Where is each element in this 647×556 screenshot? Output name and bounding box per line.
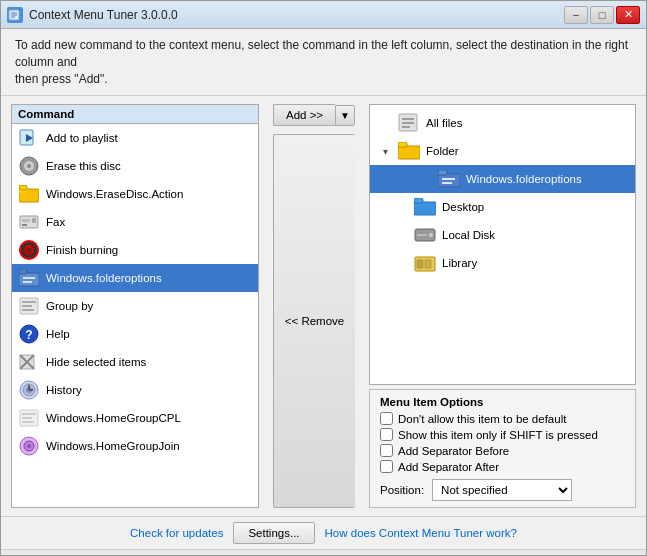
expand-arrow[interactable]: ▾ [378, 144, 392, 158]
list-item-label: History [46, 384, 82, 396]
app-icon [7, 7, 23, 23]
tree-item-label: All files [426, 117, 462, 129]
tree-item[interactable]: ▾ Folder [370, 137, 635, 165]
position-select[interactable]: Not specified Top Bottom Middle [432, 479, 572, 501]
expand-spacer [394, 200, 408, 214]
add-dropdown-button[interactable]: ▼ [335, 105, 355, 126]
list-item-label: Add to playlist [46, 132, 118, 144]
svg-rect-21 [23, 277, 35, 279]
list-item[interactable]: Windows.HomeGroupJoin [12, 432, 258, 460]
separator-before-label: Add Separator Before [398, 445, 509, 457]
list-item[interactable]: Windows.EraseDisc.Action [12, 180, 258, 208]
svg-rect-39 [22, 417, 32, 419]
title-bar: Context Menu Tuner 3.0.0.0 − □ ✕ [1, 1, 646, 29]
playlist-icon [18, 127, 40, 149]
destination-tree[interactable]: All files ▾ Folder Windows.folderoptions [369, 104, 636, 385]
options-title: Menu Item Options [380, 396, 625, 408]
separator-after-label: Add Separator After [398, 461, 499, 473]
svg-rect-55 [414, 198, 423, 203]
default-checkbox-label: Don't allow this item to be default [398, 413, 566, 425]
shift-checkbox-label: Show this item only if SHIFT is pressed [398, 429, 598, 441]
checkbox-row: Add Separator After [380, 460, 625, 473]
svg-rect-48 [398, 146, 420, 159]
expand-spacer [394, 256, 408, 270]
wfo-icon [438, 168, 460, 190]
list-item[interactable]: Hide selected items [12, 348, 258, 376]
separator-after-checkbox[interactable] [380, 460, 393, 473]
maximize-button[interactable]: □ [590, 6, 614, 24]
tree-item[interactable]: Windows.folderoptions [370, 165, 635, 193]
list-item[interactable]: Windows.folderoptions [12, 264, 258, 292]
check-updates-link[interactable]: Check for updates [130, 527, 223, 539]
destination-panel: All files ▾ Folder Windows.folderoptions [369, 104, 636, 508]
list-item[interactable]: Group by [12, 292, 258, 320]
list-item-label: Group by [46, 300, 93, 312]
svg-rect-51 [438, 170, 447, 175]
tree-item[interactable]: Desktop [370, 193, 635, 221]
list-item-label: Fax [46, 216, 65, 228]
tree-item-label: Windows.folderoptions [466, 173, 582, 185]
tree-item-label: Desktop [442, 201, 484, 213]
hide-icon [18, 351, 40, 373]
minimize-button[interactable]: − [564, 6, 588, 24]
list-item-label: Erase this disc [46, 160, 121, 172]
fax-icon [18, 211, 40, 233]
tree-item-label: Folder [426, 145, 459, 157]
tree-item-label: Library [442, 257, 477, 269]
default-checkbox[interactable] [380, 412, 393, 425]
separator-before-checkbox[interactable] [380, 444, 393, 457]
position-label: Position: [380, 484, 424, 496]
list-item-label: Windows.HomeGroupJoin [46, 440, 180, 452]
list-item-label: Help [46, 328, 70, 340]
tree-item[interactable]: All files [370, 109, 635, 137]
list-item[interactable]: Finish burning [12, 236, 258, 264]
homegroup-join-icon [18, 435, 40, 457]
add-button-group: Add >> ▼ [273, 104, 355, 126]
groupby-icon [18, 295, 40, 317]
svg-rect-24 [22, 301, 36, 303]
settings-button[interactable]: Settings... [233, 522, 314, 544]
how-link[interactable]: How does Context Menu Tuner work? [325, 527, 517, 539]
library-icon [414, 252, 436, 274]
list-item-label: Windows.EraseDisc.Action [46, 188, 183, 200]
help-icon: ? [18, 323, 40, 345]
command-panel: Command Add to playlist Erase this disc … [11, 104, 259, 508]
description-text: To add new command to the context menu, … [1, 29, 646, 96]
main-area: Command Add to playlist Erase this disc … [1, 96, 646, 516]
disc-icon [18, 155, 40, 177]
shift-checkbox[interactable] [380, 428, 393, 441]
svg-rect-50 [438, 174, 460, 187]
list-item[interactable]: Fax [12, 208, 258, 236]
list-item[interactable]: Windows.HomeGroupCPL [12, 404, 258, 432]
list-item-label: Hide selected items [46, 356, 146, 368]
remove-button[interactable]: << Remove [273, 134, 355, 508]
allfiles-icon [398, 112, 420, 134]
add-button[interactable]: Add >> [273, 104, 335, 126]
svg-rect-14 [32, 218, 36, 223]
burn-icon [18, 239, 40, 261]
folder-tree-icon [398, 140, 420, 162]
svg-rect-20 [19, 269, 27, 274]
checkbox-row: Don't allow this item to be default [380, 412, 625, 425]
window-controls: − □ ✕ [564, 6, 640, 24]
command-list[interactable]: Add to playlist Erase this disc Windows.… [11, 123, 259, 508]
expand-spacer [378, 116, 392, 130]
tree-item[interactable]: Library [370, 249, 635, 277]
bottom-bar: Check for updates Settings... How does C… [1, 516, 646, 549]
list-item[interactable]: History [12, 376, 258, 404]
list-item[interactable]: Erase this disc [12, 152, 258, 180]
svg-rect-38 [22, 413, 36, 415]
list-item[interactable]: ? Help [12, 320, 258, 348]
window-title: Context Menu Tuner 3.0.0.0 [29, 8, 178, 22]
close-button[interactable]: ✕ [616, 6, 640, 24]
svg-rect-52 [442, 178, 455, 180]
tree-item[interactable]: Local Disk [370, 221, 635, 249]
options-panel: Menu Item Options Don't allow this item … [369, 389, 636, 508]
homegroup-cpl-icon [18, 407, 40, 429]
svg-rect-25 [22, 305, 32, 307]
list-item[interactable]: Add to playlist [12, 124, 258, 152]
svg-rect-11 [19, 185, 27, 190]
svg-point-43 [27, 444, 31, 448]
checkbox-row: Show this item only if SHIFT is pressed [380, 428, 625, 441]
expand-spacer [418, 172, 432, 186]
